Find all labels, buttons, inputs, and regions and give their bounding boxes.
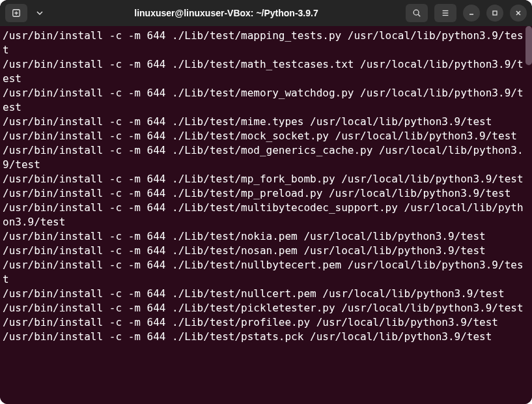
terminal-window: linuxuser@linuxuser-VBox: ~/Python-3.9.7 (0, 0, 532, 404)
svg-line-4 (418, 14, 420, 16)
close-icon (515, 10, 522, 16)
search-icon (412, 8, 421, 18)
titlebar-left (5, 4, 47, 22)
search-button[interactable] (406, 4, 428, 22)
scrollbar-thumb[interactable] (525, 26, 532, 65)
new-tab-button[interactable] (5, 4, 27, 22)
minimize-icon (468, 10, 475, 16)
window-title: linuxuser@linuxuser-VBox: ~/Python-3.9.7 (47, 8, 406, 18)
close-button[interactable] (510, 5, 527, 22)
svg-rect-9 (493, 11, 497, 15)
maximize-button[interactable] (486, 5, 503, 22)
titlebar-right (406, 4, 527, 22)
menu-button[interactable] (434, 4, 456, 22)
terminal-output[interactable]: /usr/bin/install -c -m 644 ./Lib/test/ma… (0, 26, 532, 404)
maximize-icon (492, 10, 498, 16)
minimize-button[interactable] (463, 5, 480, 22)
hamburger-icon (441, 8, 450, 18)
titlebar: linuxuser@linuxuser-VBox: ~/Python-3.9.7 (0, 0, 532, 26)
add-tab-button[interactable] (33, 4, 47, 22)
new-tab-icon (12, 8, 21, 18)
chevron-down-icon (36, 10, 43, 16)
svg-point-3 (413, 10, 419, 15)
